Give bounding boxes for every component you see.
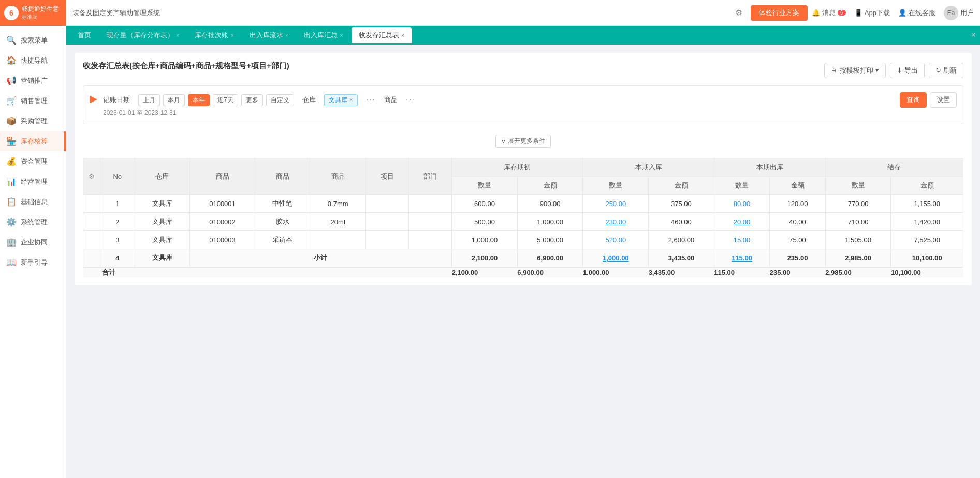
finance-icon: 💰 [6, 156, 17, 166]
row-in-qty[interactable]: 250.00 [583, 195, 649, 213]
sidebar-item-search[interactable]: 🔍 搜索菜单 [0, 30, 66, 50]
sidebar-item-label: 库存核算 [21, 137, 48, 146]
warehouse-label: 仓库 [302, 95, 316, 105]
col-out-amt: 金额 [770, 177, 825, 195]
print-icon: 🖨 [831, 66, 838, 74]
row-out-qty[interactable]: 15.00 [714, 231, 769, 249]
tab-inventory-dist[interactable]: 现存量（库存分布表） × [99, 27, 186, 43]
col-project: 项目 [365, 158, 408, 195]
sidebar-item-system[interactable]: ⚙️ 系统管理 [0, 212, 66, 232]
row-department [409, 231, 452, 249]
sidebar-item-inventory[interactable]: 🏪 库存核算 [0, 131, 66, 151]
chevron-down-icon: ▾ [875, 66, 879, 74]
subtotal-opening-qty: 2,100.00 [452, 249, 518, 268]
sidebar-item-label: 系统管理 [21, 218, 48, 227]
sidebar-item-enterprise[interactable]: 🏢 企业协同 [0, 232, 66, 252]
goods-label: 商品 [384, 95, 398, 105]
online-service-item[interactable]: 👤 在线客服 [898, 8, 935, 18]
logo-icon: 6 [4, 6, 19, 20]
tab-batch-close[interactable]: × [230, 32, 233, 38]
sidebar-item-operations[interactable]: 📊 经营管理 [0, 171, 66, 192]
tab-recv-send[interactable]: 收发存汇总表 × [352, 27, 412, 43]
tab-inout-summary[interactable]: 出入库汇总 × [297, 27, 350, 43]
tab-home[interactable]: 首页 [70, 27, 98, 43]
goods-more-dots[interactable]: ··· [406, 95, 416, 105]
total-opening-amt: 6,900.00 [517, 267, 583, 277]
row-product-spec [310, 231, 365, 249]
logo-area: 6 畅捷通好生意 标准版 [0, 0, 66, 26]
date-btn-last-month[interactable]: 上月 [138, 94, 160, 106]
warehouse-more-dots[interactable]: ··· [366, 95, 376, 105]
topbar-settings-icon[interactable]: ⚙ [735, 8, 742, 18]
table-settings-col[interactable]: ⚙ [83, 158, 100, 195]
date-btn-more[interactable]: 更多 [241, 94, 263, 106]
row-out-qty[interactable]: 20.00 [714, 213, 769, 231]
app-download-item[interactable]: 📱 App下载 [854, 8, 890, 18]
row-warehouse: 文具库 [135, 213, 189, 231]
tab-recv-send-close[interactable]: × [401, 32, 404, 38]
date-btn-7days[interactable]: 近7天 [213, 94, 238, 106]
col-department: 部门 [409, 158, 452, 195]
sidebar-item-purchase[interactable]: 📦 采购管理 [0, 111, 66, 131]
sidebar-item-label: 资金管理 [21, 157, 48, 166]
tab-inout-flow-label: 出入库流水 [250, 31, 283, 40]
settings-button[interactable]: 设置 [930, 92, 957, 108]
row-out-qty[interactable]: 80.00 [714, 195, 769, 213]
export-button[interactable]: ⬇ 导出 [890, 63, 925, 78]
sidebar-item-guide[interactable]: 📖 新手引导 [0, 252, 66, 272]
export-icon: ⬇ [897, 66, 902, 74]
tab-inout-summary-close[interactable]: × [340, 32, 343, 38]
date-btn-this-month[interactable]: 本月 [163, 94, 185, 106]
tab-inout-flow[interactable]: 出入库流水 × [242, 27, 296, 43]
row-in-qty[interactable]: 520.00 [583, 231, 649, 249]
sidebar-item-label: 采购管理 [21, 117, 48, 126]
col-closing: 结存 [825, 158, 963, 177]
query-button[interactable]: 查询 [900, 92, 927, 108]
app-name: 畅捷通好生意 [22, 5, 59, 13]
sidebar-item-sales[interactable]: 🛒 销售管理 [0, 91, 66, 111]
row-out-amt: 75.00 [770, 231, 825, 249]
print-button[interactable]: 🖨 按模板打印 ▾ [824, 63, 886, 78]
row-in-qty[interactable]: 230.00 [583, 213, 649, 231]
row-opening-qty: 600.00 [452, 195, 518, 213]
row-product-spec: 0.7mm [310, 195, 365, 213]
page-title: 收发存汇总表(按仓库+商品编码+商品+规格型号+项目+部门) [83, 61, 289, 71]
row-closing-qty: 770.00 [825, 195, 891, 213]
trial-button[interactable]: 体验行业方案 [751, 5, 808, 21]
filter-toggle-icon[interactable]: ▶ [90, 93, 97, 105]
row-settings [83, 231, 100, 249]
col-out-qty: 数量 [714, 177, 769, 195]
row-product-name: 采访本 [255, 231, 310, 249]
subtotal-out-qty[interactable]: 115.00 [714, 249, 769, 268]
sidebar-item-quicknav[interactable]: 🏠 快捷导航 [0, 50, 66, 70]
col-product-spec: 商品 [310, 158, 365, 195]
table-row: 1 文具库 0100001 中性笔 0.7mm 600.00 900.00 25… [83, 195, 963, 213]
col-product-name: 商品 [255, 158, 310, 195]
col-period-out: 本期出库 [714, 158, 825, 177]
sidebar-item-base[interactable]: 📋 基础信息 [0, 192, 66, 212]
row-warehouse: 文具库 [135, 195, 189, 213]
row-no: 1 [100, 195, 135, 213]
expand-conditions-button[interactable]: ∨ 展开更多条件 [495, 135, 551, 148]
subtotal-in-qty[interactable]: 1,000.00 [583, 249, 649, 268]
user-label: 用户 [960, 8, 974, 18]
warehouse-tag-remove[interactable]: × [349, 96, 353, 104]
close-all-tabs-icon[interactable]: × [971, 31, 976, 40]
tab-inout-flow-close[interactable]: × [285, 32, 288, 38]
sidebar-item-finance[interactable]: 💰 资金管理 [0, 151, 66, 171]
sidebar-item-marketing[interactable]: 📢 营销推广 [0, 70, 66, 91]
date-btn-custom[interactable]: 自定义 [266, 94, 294, 106]
row-department [409, 213, 452, 231]
row-no: 2 [100, 213, 135, 231]
row-closing-qty: 1,505.00 [825, 231, 891, 249]
refresh-button[interactable]: ↻ 刷新 [929, 63, 963, 78]
tab-batch[interactable]: 库存批次账 × [187, 27, 241, 43]
filter-row: 记账日期 上月 本月 本年 近7天 更多 自定义 仓库 文具库 × [103, 92, 957, 108]
total-closing-qty: 2,985.00 [825, 267, 891, 277]
date-btn-this-year[interactable]: 本年 [188, 94, 210, 106]
notification-item[interactable]: 🔔 消息 6 [812, 8, 846, 18]
user-item[interactable]: Ea 用户 [944, 6, 974, 20]
tab-inventory-dist-close[interactable]: × [176, 32, 179, 38]
col-product-code: 商品 [189, 158, 255, 195]
subtotal-closing-qty: 2,985.00 [825, 249, 891, 268]
